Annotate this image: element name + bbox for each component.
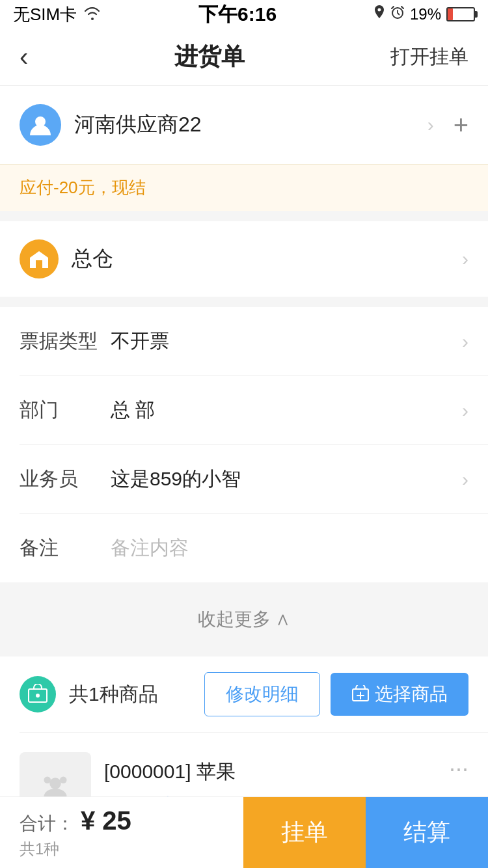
remark-row[interactable]: 备注 备注内容 (0, 514, 488, 582)
remark-placeholder: 备注内容 (98, 535, 468, 562)
select-product-button[interactable]: 选择商品 (331, 673, 468, 716)
salesperson-arrow: › (462, 468, 468, 491)
wifi-icon (83, 5, 102, 25)
svg-point-10 (44, 777, 51, 784)
warehouse-arrow-icon: › (462, 248, 468, 270)
warehouse-row[interactable]: 总仓 › (0, 221, 488, 297)
department-value: 总 部 (98, 397, 462, 424)
alarm-icon (390, 5, 405, 23)
ticket-type-value: 不开票 (98, 328, 462, 355)
product-name: [0000001] 苹果 (104, 759, 436, 785)
product-menu-button[interactable]: ··· (449, 752, 468, 782)
ticket-type-label: 票据类型 (20, 328, 98, 355)
product-code: [0000001] (104, 761, 191, 782)
supplier-section: 河南供应商22 › + 应付-20元，现结 (0, 86, 488, 211)
location-icon (373, 5, 385, 23)
form-section: 票据类型 不开票 › 部门 总 部 › 业务员 这是859的小智 › 备注 备注… (0, 307, 488, 582)
total-amount: ¥ 25 (81, 806, 131, 835)
content: 河南供应商22 › + 应付-20元，现结 总仓 › 票据类型 不开票 › (0, 86, 488, 868)
battery-percent: 19% (410, 5, 441, 23)
total-label: 合计： (20, 811, 74, 836)
total-sub: 共1种 (20, 839, 224, 860)
back-button[interactable]: ‹ (20, 42, 28, 72)
battery-icon (446, 7, 475, 21)
open-pending-button[interactable]: 打开挂单 (390, 44, 468, 70)
salesperson-label: 业务员 (20, 466, 98, 493)
department-arrow: › (462, 400, 468, 422)
department-row[interactable]: 部门 总 部 › (0, 376, 488, 444)
status-left: 无SIM卡 (13, 3, 102, 26)
status-right: 19% (373, 5, 475, 23)
supplier-notice: 应付-20元，现结 (0, 164, 488, 211)
department-label: 部门 (20, 397, 98, 424)
page-title: 进货单 (174, 41, 245, 73)
add-supplier-button[interactable]: + (454, 111, 468, 140)
remark-label: 备注 (20, 535, 98, 562)
checkout-button[interactable]: 结算 (366, 797, 488, 869)
product-title: 苹果 (197, 761, 236, 782)
supplier-row[interactable]: 河南供应商22 › + (0, 86, 488, 164)
salesperson-row[interactable]: 业务员 这是859的小智 › (0, 445, 488, 513)
warehouse-section: 总仓 › (0, 221, 488, 297)
warehouse-icon (20, 239, 59, 278)
products-icon (20, 676, 56, 712)
products-count: 共1种商品 (69, 681, 204, 708)
products-header: 共1种商品 修改明细 选择商品 (0, 657, 488, 732)
ticket-type-row[interactable]: 票据类型 不开票 › (0, 307, 488, 375)
select-product-label: 选择商品 (375, 682, 448, 707)
svg-point-4 (36, 694, 40, 698)
supplier-arrow-icon: › (427, 114, 434, 136)
bottom-total: 合计： ¥ 25 共1种 (0, 806, 243, 860)
collapse-row[interactable]: 收起更多 ∧ (0, 593, 488, 646)
ticket-type-arrow: › (462, 331, 468, 353)
svg-rect-2 (36, 260, 42, 268)
modify-detail-button[interactable]: 修改明细 (204, 672, 320, 716)
salesperson-value: 这是859的小智 (98, 466, 462, 493)
status-time: 下午6:16 (198, 1, 277, 28)
warehouse-name: 总仓 (72, 245, 462, 273)
carrier-label: 无SIM卡 (13, 3, 77, 26)
status-bar: 无SIM卡 下午6:16 19% (0, 0, 488, 29)
bottom-bar: 合计： ¥ 25 共1种 挂单 结算 (0, 796, 488, 868)
hang-button[interactable]: 挂单 (243, 797, 366, 869)
supplier-name: 河南供应商22 (74, 111, 427, 139)
svg-point-11 (60, 777, 67, 784)
supplier-avatar (20, 104, 61, 146)
nav-bar: ‹ 进货单 打开挂单 (0, 29, 488, 86)
svg-point-8 (49, 778, 61, 789)
